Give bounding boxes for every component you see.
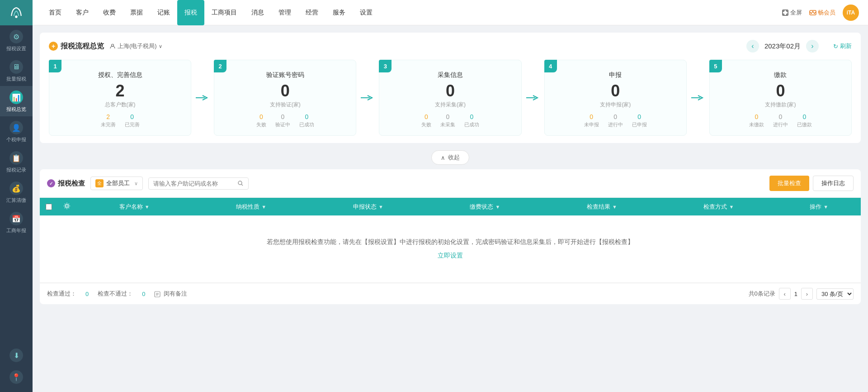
- nav-invoice[interactable]: 票据: [123, 0, 150, 25]
- sidebar-item-personal-report[interactable]: 👤 个税申报: [0, 116, 33, 147]
- pass-count[interactable]: 0: [85, 291, 89, 297]
- flow-step-1: 1 授权、完善信息 2 总客户数(家) 2 未完善 0 已完善: [49, 60, 191, 136]
- select-all-checkbox[interactable]: [46, 204, 52, 210]
- sidebar-item-annual-report[interactable]: 📅 工商年报: [0, 207, 33, 238]
- location-icon: 📍: [9, 370, 23, 384]
- nav-business[interactable]: 工商项目: [204, 0, 244, 25]
- step-sublabel: 支持缴款(家): [765, 101, 796, 109]
- prev-month-button[interactable]: ‹: [746, 40, 759, 53]
- main-container: 首页 客户 收费 票据 记账 报税 工商项目 消息 管理 经营 服务 设置 全屏: [33, 0, 868, 392]
- search-icon[interactable]: [237, 180, 244, 186]
- vip-button[interactable]: 畅会员: [809, 9, 835, 17]
- step-count: 0: [446, 83, 455, 99]
- step-arrow-3: [522, 60, 544, 136]
- col-tax-type: 纳税性质▼: [193, 198, 310, 215]
- step-sublabel: 支持采集(家): [435, 101, 466, 109]
- app-logo[interactable]: [0, 0, 33, 25]
- sidebar-item-location[interactable]: 📍: [0, 366, 33, 387]
- check-card: ✓ 报税检查 全 全部员工 ∨ 批量检查 操作日志: [40, 169, 861, 304]
- step-label: 验证账号密码: [266, 71, 304, 79]
- nav-service[interactable]: 服务: [326, 0, 353, 25]
- check-table-wrap: 客户名称▼ 纳税性质▼ 申报状态▼ 缴费状态▼ 检查结果▼ 检查方式▼ 操作▼: [40, 198, 861, 283]
- page-number: 1: [794, 291, 797, 297]
- stat-item: 0 验证中: [275, 113, 290, 128]
- search-input[interactable]: [153, 180, 235, 187]
- tax-overview-icon: 📊: [9, 91, 23, 104]
- stat-item: 0 已成功: [464, 113, 479, 128]
- prev-page-button[interactable]: ‹: [779, 288, 791, 300]
- annual-report-icon: 📅: [9, 212, 23, 225]
- sidebar-item-settlement[interactable]: 💰 汇算清缴: [0, 177, 33, 207]
- flow-step-3: 3 采集信息 0 支持采集(家) 0 失败 0 未采集 0 已成功: [379, 60, 521, 136]
- step-stats: 0 未申报 0 进行中 0 已申报: [584, 113, 647, 128]
- stat-item: 0 进行中: [773, 113, 788, 128]
- nav-customer[interactable]: 客户: [69, 0, 96, 25]
- step-sublabel: 总客户数(家): [105, 101, 136, 109]
- month-navigation: ‹ 2023年02月 ›: [746, 40, 819, 53]
- flow-step-5: 5 缴款 0 支持缴款(家) 0 未缴款 0 进行中 0 已缴款: [709, 60, 852, 136]
- check-title: ✓ 报税检查: [47, 179, 85, 188]
- stat-item: 2 未完善: [101, 113, 116, 128]
- check-footer: 检查通过： 0 检查不通过： 0 闵有备注 共0条记录 ‹ 1 ›: [40, 283, 861, 304]
- step-number: 1: [49, 60, 61, 72]
- col-report-status: 申报状态▼: [310, 198, 427, 215]
- flow-title: + 报税流程总览: [49, 42, 104, 51]
- stat-item: 0 未缴款: [749, 113, 764, 128]
- avatar[interactable]: iTA: [843, 5, 859, 21]
- check-toolbar: ✓ 报税检查 全 全部员工 ∨ 批量检查 操作日志: [40, 169, 861, 198]
- operation-log-button[interactable]: 操作日志: [813, 176, 854, 191]
- plus-icon: +: [49, 42, 58, 51]
- download-icon: ⬇: [9, 349, 23, 362]
- total-records: 共0条记录: [749, 290, 775, 298]
- current-month: 2023年02月: [764, 42, 801, 51]
- empty-state: 若您想使用报税检查功能，请先在【报税设置】中进行报税的初始化设置，完成密码验证和…: [40, 215, 861, 283]
- nav-tax[interactable]: 报税: [177, 0, 204, 25]
- stat-item: 0 已完善: [125, 113, 140, 128]
- step-label: 授权、完善信息: [98, 71, 142, 79]
- stat-item: 0 已成功: [299, 113, 314, 128]
- step-number: 4: [544, 60, 557, 72]
- location-selector[interactable]: 上海(电子税局) ∨: [109, 42, 162, 50]
- svg-rect-1: [783, 10, 788, 15]
- nav-home[interactable]: 首页: [42, 0, 69, 25]
- step-sublabel: 支持申报(家): [600, 101, 631, 109]
- content-area: + 报税流程总览 上海(电子税局) ∨ ‹ 2023年02月 ›: [33, 25, 868, 392]
- sidebar-item-tax-settings[interactable]: ⚙ 报税设置: [0, 25, 33, 56]
- sidebar: ⚙ 报税设置 🖥 批量报税 📊 报税总览 👤 个税申报 📋 报税记录 💰 汇算清…: [0, 0, 33, 392]
- setup-link[interactable]: 立即设置: [54, 252, 846, 260]
- note-icon: [154, 291, 160, 297]
- fail-count[interactable]: 0: [142, 291, 145, 297]
- nav-settings[interactable]: 设置: [353, 0, 380, 25]
- svg-point-4: [238, 181, 242, 185]
- nav-management[interactable]: 管理: [271, 0, 298, 25]
- pagination: 共0条记录 ‹ 1 › 30 条/页: [749, 288, 854, 300]
- next-page-button[interactable]: ›: [801, 288, 813, 300]
- staff-selector[interactable]: 全 全部员工 ∨: [90, 177, 143, 190]
- nav-fee[interactable]: 收费: [96, 0, 123, 25]
- stat-item: 0 已缴款: [797, 113, 812, 128]
- sidebar-item-tax-record[interactable]: 📋 报税记录: [0, 147, 33, 177]
- per-page-select[interactable]: 30 条/页: [816, 288, 854, 300]
- step-label: 申报: [609, 71, 622, 79]
- stat-item: 0 进行中: [608, 113, 623, 128]
- tax-settings-icon: ⚙: [9, 30, 23, 43]
- step-stats: 0 未缴款 0 进行中 0 已缴款: [749, 113, 812, 128]
- collapse-button[interactable]: ∧ 收起: [431, 150, 469, 165]
- step-count: 0: [611, 83, 620, 99]
- personal-report-icon: 👤: [9, 121, 23, 134]
- sidebar-item-download[interactable]: ⬇: [0, 344, 33, 366]
- refresh-button[interactable]: ↻ 刷新: [833, 42, 852, 50]
- settings-icon[interactable]: [63, 202, 71, 210]
- nav-accounting[interactable]: 记账: [150, 0, 177, 25]
- flow-step-4: 4 申报 0 支持申报(家) 0 未申报 0 进行中 0 已申报: [544, 60, 687, 136]
- note-label: 闵有备注: [154, 290, 187, 298]
- nav-message[interactable]: 消息: [244, 0, 271, 25]
- sidebar-item-tax-overview[interactable]: 📊 报税总览: [0, 86, 33, 116]
- fullscreen-button[interactable]: 全屏: [782, 9, 802, 17]
- next-month-button[interactable]: ›: [806, 40, 819, 53]
- step-count: 0: [281, 83, 290, 99]
- batch-check-button[interactable]: 批量检查: [769, 176, 809, 191]
- sidebar-item-batch-tax[interactable]: 🖥 批量报税: [0, 56, 33, 86]
- nav-operation[interactable]: 经营: [298, 0, 326, 25]
- collapse-row: ∧ 收起: [40, 150, 861, 165]
